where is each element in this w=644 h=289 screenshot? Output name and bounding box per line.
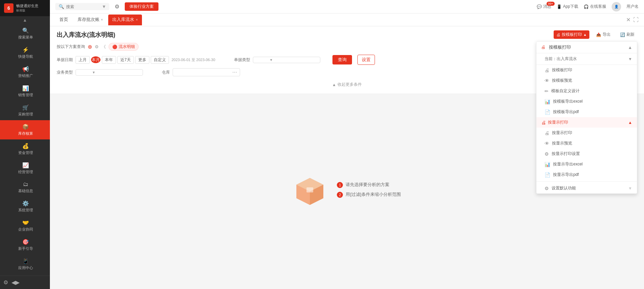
settings-button[interactable]: 设置 <box>357 55 375 65</box>
panel-item-template-design[interactable]: ✏ 模板自定义设计 <box>536 86 637 96</box>
app-download-link[interactable]: 📱 App下载 <box>557 4 578 9</box>
panel-item-template-print[interactable]: 🖨 按模板打印 <box>536 65 637 75</box>
panel-excel-icon: 📊 <box>545 99 550 104</box>
tab-batch-close[interactable]: × <box>101 18 103 22</box>
trial-button[interactable]: 体验行业方案 <box>125 2 158 11</box>
maximize-icon[interactable]: ⛶ <box>633 17 639 23</box>
filter-warehouse-dropdown[interactable]: ⋯ <box>173 68 240 76</box>
step-1-num: 1 <box>337 182 343 188</box>
panel-item-display-preview-label: 按显示预览 <box>552 140 572 146</box>
settings-footer-icon[interactable]: ⚙ <box>3 279 8 286</box>
date-btn-last-month[interactable]: 上月 <box>76 56 90 64</box>
template-print-label: 按模板打印 <box>562 32 582 37</box>
filter-biz-label: 业务类型 <box>57 70 73 75</box>
export-icon: 📤 <box>596 32 601 37</box>
panel-item-template-excel[interactable]: 📊 按模板导出excel <box>536 96 637 107</box>
panel-item-default-setting[interactable]: ⚙ 设置默认功能 ▼ <box>536 183 637 193</box>
filter-settings-icon[interactable]: ⚙ <box>95 44 99 49</box>
sidebar-item-appcenter[interactable]: 📱 应用中心 <box>0 255 50 274</box>
refresh-button[interactable]: 🔄 刷新 <box>617 30 637 39</box>
search-input[interactable] <box>66 4 100 9</box>
sidebar-item-purchase[interactable]: 🛒 采购管理 <box>0 101 50 120</box>
panel-item-template-preview[interactable]: 👁 按模板预览 <box>536 75 637 86</box>
date-btn-7days[interactable]: 近7天 <box>117 56 134 64</box>
panel-item-display-print[interactable]: 🖨 按显示打印 <box>536 128 637 138</box>
operations-icon: 📈 <box>22 162 29 168</box>
sidebar-item-finance[interactable]: 💰 资金管理 <box>0 139 50 159</box>
filter-biz-dropdown[interactable]: ▼ <box>76 69 143 76</box>
sidebar-item-guide[interactable]: 🎯 新手引导 <box>0 235 50 255</box>
sidebar-item-collab-label: 企业协同 <box>18 227 33 232</box>
export-button[interactable]: 📤 导出 <box>593 30 613 39</box>
tab-bar: 首页 库存批次账 × 出入库流水 × ✕ ⛶ <box>50 14 644 26</box>
top-header: 🔍 ▼ ⚙ 体验行业方案 💬 消息 99+ 📱 App下载 🎧 在线客服 👤 <box>50 0 644 14</box>
chevron-up-icon: ▲ <box>583 33 587 36</box>
default-setting-icon: ⚙ <box>545 186 549 191</box>
template-print-button[interactable]: 🖨 按模板打印 ▲ <box>554 30 589 39</box>
tab-batch[interactable]: 库存批次账 × <box>74 15 107 25</box>
user-name: 用户名 <box>626 4 639 9</box>
sidebar-item-base[interactable]: 🗂 基础信息 <box>0 178 50 197</box>
panel-collapse-arrow[interactable]: ▲ <box>628 45 632 50</box>
message-link[interactable]: 💬 消息 99+ <box>537 4 551 9</box>
export-label: 导出 <box>603 32 611 37</box>
panel-item-display-excel[interactable]: 📊 按显示导出excel <box>536 159 637 169</box>
sidebar-item-inventory[interactable]: 📦 库存核算 <box>0 120 50 139</box>
sidebar-item-marketing[interactable]: 📢 营销推广 <box>0 62 50 82</box>
scroll-up-arrow[interactable]: ▲ <box>0 16 50 24</box>
sidebar-item-quicknav[interactable]: ⚡ 快捷导航 <box>0 43 50 62</box>
refresh-label: 刷新 <box>626 32 635 37</box>
filter-collapse-icon[interactable]: 《 <box>101 44 106 50</box>
sidebar-item-operations[interactable]: 📈 经营管理 <box>0 159 50 178</box>
filter-query-buttons: 查询 设置 <box>332 55 375 65</box>
search-dropdown-arrow[interactable]: ▼ <box>102 4 106 9</box>
sidebar-item-search[interactable]: 🔍 搜索菜单 <box>0 24 50 43</box>
panel-divider <box>536 181 637 182</box>
sidebar-item-appcenter-label: 应用中心 <box>18 265 33 270</box>
sidebar-item-base-label: 基础信息 <box>18 188 33 193</box>
search-icon: 🔍 <box>59 4 64 9</box>
tab-flow[interactable]: 出入库流水 × <box>108 15 142 25</box>
avatar-icon: 👤 <box>614 5 618 8</box>
sidebar-item-system[interactable]: ⚙️ 系统管理 <box>0 197 50 216</box>
panel-item-display-pdf-label: 按显示导出pdf <box>553 172 579 178</box>
filter-type-dropdown[interactable]: ▼ <box>253 57 320 63</box>
page-header: 出入库流水(流水明细) 🖨 按模板打印 ▲ 📤 导出 🔄 刷新 <box>50 26 644 39</box>
query-button[interactable]: 查询 <box>332 55 352 64</box>
main-area: 🔍 ▼ ⚙ 体验行业方案 💬 消息 99+ 📱 App下载 🎧 在线客服 👤 <box>50 0 644 289</box>
online-service-link[interactable]: 🎧 在线客服 <box>584 4 606 9</box>
close-window-icon[interactable]: ✕ <box>626 17 631 23</box>
date-btn-this-year[interactable]: 本年 <box>102 56 116 64</box>
panel-header: 🖨 按模板打印 ▲ <box>536 42 637 53</box>
date-btn-more[interactable]: 更多 <box>135 56 149 64</box>
tab-flow-close[interactable]: × <box>136 18 138 22</box>
message-icon: 💬 <box>537 4 542 9</box>
panel-item-display-print-label: 按显示打印 <box>552 130 572 136</box>
user-avatar[interactable]: 👤 <box>612 2 621 11</box>
filter-add-icon[interactable]: ⊕ <box>88 44 92 50</box>
panel-current-arrow[interactable]: ▼ <box>628 57 632 61</box>
filter-tag-label: 流水明细 <box>119 44 135 50</box>
system-icon: ⚙️ <box>22 200 29 207</box>
tab-home[interactable]: 首页 <box>55 15 72 25</box>
header-settings-icon[interactable]: ⚙ <box>115 3 119 10</box>
sidebar-item-collab[interactable]: 🤝 企业协同 <box>0 216 50 235</box>
header-search-box[interactable]: 🔍 ▼ <box>55 3 109 10</box>
display-pdf-icon: 📄 <box>545 172 550 178</box>
date-btn-custom[interactable]: 自定义 <box>151 56 169 64</box>
panel-preview-icon: 👁 <box>545 78 549 83</box>
panel-item-display-preview[interactable]: 👁 按显示预览 <box>536 138 637 149</box>
empty-steps: 1 请先选择要分析的方案 2 用[过滤]条件来缩小分析范围 <box>337 182 401 201</box>
date-range-display: 2023-06-01 至 2023-06-30 <box>172 57 215 62</box>
svg-rect-4 <box>306 187 313 192</box>
panel-item-template-pdf[interactable]: 📄 按模板导出pdf <box>536 107 637 117</box>
panel-item-display-settings[interactable]: ⚙ 按显示打印设置 <box>536 149 637 159</box>
filter-date-label: 单据日期 <box>57 57 73 63</box>
section-print-icon: 🖨 <box>541 120 546 125</box>
date-btn-this-month[interactable]: 本月 <box>91 56 100 63</box>
toggle-sidebar-icon[interactable]: ◀▶ <box>11 279 20 286</box>
sidebar-item-sales[interactable]: 📊 销售管理 <box>0 82 50 101</box>
panel-section-display[interactable]: 🖨 按显示打印 ▲ <box>536 117 637 128</box>
panel-item-display-pdf[interactable]: 📄 按显示导出pdf <box>536 169 637 180</box>
panel-section-title: 按显示打印 <box>548 120 568 125</box>
